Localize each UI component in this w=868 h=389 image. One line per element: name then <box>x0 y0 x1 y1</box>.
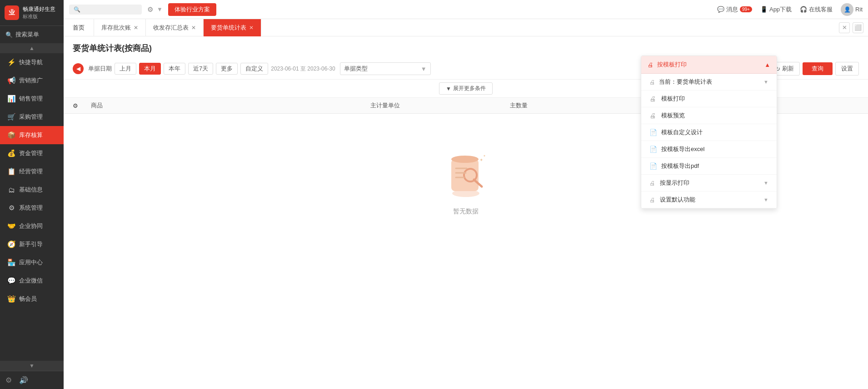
tabs-actions: ✕ ⬜ <box>834 22 868 33</box>
sidebar-item-member[interactable]: 👑 畅会员 <box>0 290 64 308</box>
sidebar-scroll-down[interactable]: ▼ <box>0 361 64 371</box>
date-btn-custom[interactable]: 自定义 <box>240 63 268 75</box>
app-download-btn[interactable]: 📱 App下载 <box>760 5 792 14</box>
marketing-icon: 📢 <box>7 76 15 85</box>
query-btn[interactable]: 查询 <box>803 62 833 75</box>
content-area: 要货单统计表(按商品) ◀ 单据日期 上月 本月 本年 近7天 更多 自定义 2… <box>64 36 868 389</box>
default-feature-arrow: ▼ <box>763 197 768 202</box>
template-excel-icon: 📄 <box>649 146 657 153</box>
search-menu-item[interactable]: 🔍 搜索菜单 <box>0 26 64 43</box>
empty-state-illustration: ✦ ✦ <box>443 150 489 200</box>
tab-maximize[interactable]: ⬜ <box>853 22 863 33</box>
sidebar-item-basic[interactable]: 🗂 基础信息 <box>0 181 64 199</box>
tab-close-window[interactable]: ✕ <box>839 22 850 33</box>
topbar-right: 💬 消息 99+ 📱 App下载 🎧 在线客服 👤 Rit <box>717 3 863 16</box>
tab-close-order[interactable]: ✕ <box>249 25 254 31</box>
template-export-excel-item[interactable]: 📄 按模板导出excel <box>641 141 777 158</box>
template-print-item[interactable]: 🖨 模板打印 <box>641 91 777 107</box>
guide-icon: 🧭 <box>7 240 15 248</box>
date-filter-group: 单据日期 上月 本月 本年 近7天 更多 自定义 2023-06-01 至 20… <box>88 63 335 75</box>
date-btn-last-month[interactable]: 上月 <box>115 63 136 75</box>
sidebar-item-sales[interactable]: 📊 销售管理 <box>0 90 64 108</box>
settings-btn[interactable]: 设置 <box>835 62 859 76</box>
default-feature-item[interactable]: 🖨 设置默认功能 ▼ <box>641 192 777 208</box>
sidebar-item-finance[interactable]: 💰 资金管理 <box>0 144 64 162</box>
date-btn-this-month[interactable]: 本月 <box>139 63 161 75</box>
select-arrow-icon: ▼ <box>421 66 427 72</box>
search-icon: 🔍 <box>5 31 13 38</box>
tab-close-receipt[interactable]: ✕ <box>191 25 196 31</box>
sidebar-nav: ⚡ 快捷导航 📢 营销推广 📊 销售管理 🛒 采购管理 📦 库存核算 💰 资金管… <box>0 53 64 361</box>
sidebar-item-quick-nav[interactable]: ⚡ 快捷导航 <box>0 53 64 71</box>
topbar-gear-icon[interactable]: ⚙ <box>147 5 153 14</box>
message-btn[interactable]: 💬 消息 99+ <box>717 5 752 14</box>
sidebar-scroll-up[interactable]: ▲ <box>0 43 64 53</box>
sidebar-item-guide[interactable]: 🧭 新手引导 <box>0 235 64 253</box>
app-name-text: 畅康通好生意 标准版 <box>23 6 55 20</box>
purchase-icon: 🛒 <box>7 113 15 121</box>
svg-text:✦: ✦ <box>479 157 483 162</box>
print-dropdown-header[interactable]: 🖨 按模板打印 ▲ <box>641 56 777 74</box>
sidebar-item-operations[interactable]: 📋 经营管理 <box>0 162 64 181</box>
trial-btn[interactable]: 体验行业方案 <box>168 3 216 16</box>
date-btn-7days[interactable]: 近7天 <box>188 63 213 75</box>
date-btn-this-year[interactable]: 本年 <box>164 63 185 75</box>
sidebar-item-appstore[interactable]: 🏪 应用中心 <box>0 253 64 272</box>
page-container: 要货单统计表(按商品) ◀ 单据日期 上月 本月 本年 近7天 更多 自定义 2… <box>64 36 868 389</box>
topbar-search[interactable]: 🔍 <box>69 5 142 15</box>
topbar: 🔍 ⚙ ▼ 体验行业方案 💬 消息 99+ 📱 App下载 🎧 在线客服 👤 <box>64 0 868 19</box>
tab-receipt-summary[interactable]: 收发存汇总表 ✕ <box>146 19 204 36</box>
expand-collapse-btn[interactable]: ◀ <box>73 63 84 74</box>
sidebar: 业 畅康通好生意 标准版 🔍 搜索菜单 ▲ ⚡ 快捷导航 📢 营销推广 📊 销售… <box>0 0 64 389</box>
column-settings-icon[interactable]: ⚙ <box>73 102 78 109</box>
th-qty: 主数量 <box>510 101 649 110</box>
sidebar-item-collab[interactable]: 🤝 企业协同 <box>0 217 64 235</box>
sidebar-item-system[interactable]: ⚙ 系统管理 <box>0 199 64 217</box>
tab-order-stats[interactable]: 要货单统计表 ✕ <box>204 19 261 36</box>
tab-batch-account[interactable]: 库存批次账 ✕ <box>94 19 146 36</box>
default-feature-icon: 🖨 <box>649 197 655 203</box>
date-btn-more[interactable]: 更多 <box>216 63 238 75</box>
user-name: Rit <box>855 6 863 13</box>
main-area: 🔍 ⚙ ▼ 体验行业方案 💬 消息 99+ 📱 App下载 🎧 在线客服 👤 <box>64 0 868 389</box>
date-range-display: 2023-06-01 至 2023-06-30 <box>271 65 335 73</box>
template-custom-item[interactable]: 📄 模板自定义设计 <box>641 124 777 141</box>
svg-point-2 <box>451 156 479 163</box>
current-template-item[interactable]: 🖨 当前：要货单统计表 ▼ <box>641 74 777 91</box>
svg-text:✦: ✦ <box>483 154 486 157</box>
bill-type-select[interactable]: 单据类型 ▼ <box>340 62 431 75</box>
tab-bar: 首页 库存批次账 ✕ 收发存汇总表 ✕ 要货单统计表 ✕ ✕ ⬜ <box>64 19 868 36</box>
sound-icon[interactable]: 🔊 <box>19 376 28 384</box>
tab-close-batch[interactable]: ✕ <box>134 25 138 31</box>
message-badge: 99+ <box>740 6 752 12</box>
sidebar-item-wechat[interactable]: 💬 企业微信 <box>0 272 64 290</box>
user-avatar-area[interactable]: 👤 Rit <box>841 3 863 16</box>
display-print-icon: 🖨 <box>649 180 655 187</box>
collapse-icon[interactable]: ▲ <box>764 61 770 68</box>
settings-icon[interactable]: ⚙ <box>5 376 12 384</box>
template-preview-item[interactable]: 🖨 模板预览 <box>641 107 777 124</box>
print-dropdown-header-icon: 🖨 <box>648 61 653 68</box>
app-icon: 📱 <box>760 6 768 13</box>
current-template-icon: 🖨 <box>649 79 655 86</box>
display-print-item[interactable]: 🖨 按显示打印 ▼ <box>641 175 777 192</box>
wechat-icon: 💬 <box>7 277 15 285</box>
message-icon: 💬 <box>717 6 724 13</box>
finance-icon: 💰 <box>7 149 15 157</box>
sidebar-item-purchase[interactable]: 🛒 采购管理 <box>0 108 64 126</box>
tab-home[interactable]: 首页 <box>64 19 94 36</box>
dropdown-arrow[interactable]: ▼ <box>157 6 163 13</box>
expand-icon: ▼ <box>446 86 451 92</box>
print-dropdown-panel: 🖨 按模板打印 ▲ 🖨 当前：要货单统计表 ▼ 🖨 模板打印 <box>641 56 777 209</box>
member-icon: 👑 <box>7 295 15 303</box>
template-preview-icon: 🖨 <box>649 112 657 119</box>
basic-icon: 🗂 <box>7 186 15 194</box>
online-support-btn[interactable]: 🎧 在线客服 <box>800 5 833 14</box>
display-print-arrow: ▼ <box>763 180 768 186</box>
sidebar-item-marketing[interactable]: 📢 营销推广 <box>0 71 64 90</box>
sidebar-item-inventory[interactable]: 📦 库存核算 <box>0 126 64 144</box>
template-export-pdf-item[interactable]: 📄 按模板导出pdf <box>641 158 777 175</box>
expand-more-btn[interactable]: ▼ 展开更多条件 <box>439 82 493 95</box>
sidebar-logo: 业 畅康通好生意 标准版 <box>0 0 64 26</box>
support-icon: 🎧 <box>800 6 807 13</box>
